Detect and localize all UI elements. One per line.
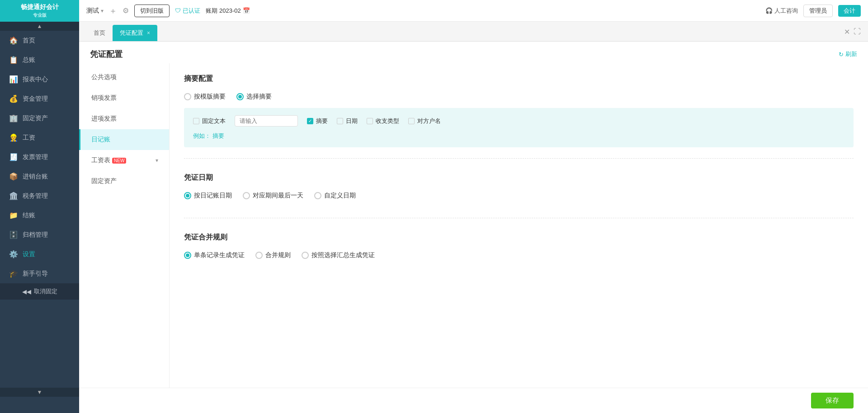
left-nav-purchase-invoice[interactable]: 进项发票 <box>79 108 169 129</box>
page-title: 凭证配置 <box>90 49 123 60</box>
sidebar-items: 🏠 首页 📋 总账 📊 报表中心 💰 资金管理 🏢 固定资产 👷 工资 <box>0 22 79 283</box>
invoice-icon: 🧾 <box>9 153 18 161</box>
add-icon[interactable]: ＋ <box>109 5 117 16</box>
sidebar-item-report[interactable]: 📊 报表中心 <box>0 70 79 89</box>
sidebar-item-purchase-sales[interactable]: 📦 进销台账 <box>0 167 79 186</box>
summary-config-section: 摘要配置 按模版摘要 选择摘要 <box>184 74 854 159</box>
right-config: 摘要配置 按模版摘要 选择摘要 <box>170 63 868 388</box>
tab-home[interactable]: 首页 <box>86 25 113 41</box>
refresh-icon: ↻ <box>839 51 844 58</box>
checkbox-date[interactable]: 日期 <box>337 117 358 125</box>
sidebar-item-fund[interactable]: 💰 资金管理 <box>0 89 79 108</box>
window-close-icon[interactable]: ✕ <box>844 27 850 36</box>
radio-circle-custom <box>314 192 321 199</box>
switch-old-button[interactable]: 切到旧版 <box>134 5 170 17</box>
fixed-text-input[interactable] <box>235 115 298 127</box>
bottom-bar: 保存 <box>79 388 868 413</box>
cancel-fixed-button[interactable]: ◀◀ 取消固定 <box>0 283 79 300</box>
radio-single-record[interactable]: 单条记录生成凭证 <box>184 251 245 259</box>
certified-status: 🛡 已认证 <box>175 7 200 15</box>
left-nav-journal[interactable]: 日记账 <box>79 129 169 150</box>
main-layout: ▲ 🏠 首页 📋 总账 📊 报表中心 💰 资金管理 🏢 固定资产 <box>0 22 868 413</box>
summary-radio-group: 按模版摘要 选择摘要 <box>184 93 854 101</box>
headset-icon: 🎧 <box>765 7 773 14</box>
salary-icon: 👷 <box>9 133 18 142</box>
manager-button[interactable]: 管理员 <box>803 5 833 17</box>
sidebar-item-invoice[interactable]: 🧾 发票管理 <box>0 147 79 167</box>
sidebar-item-ledger[interactable]: 📋 总账 <box>0 50 79 70</box>
sidebar-item-tax[interactable]: 🏛️ 税务管理 <box>0 186 79 206</box>
topbar: 畅捷通好会计 专业版 测试 ▾ ＋ ⚙ 切到旧版 🛡 已认证 账期 2023-0… <box>0 0 868 22</box>
checkbox-counterparty[interactable]: 对方户名 <box>408 117 441 125</box>
sidebar-item-settings[interactable]: ⚙️ 设置 <box>0 244 79 264</box>
radio-by-journal-date[interactable]: 按日记账日期 <box>184 192 232 200</box>
window-expand-icon[interactable]: ⛶ <box>854 28 861 36</box>
calendar-icon[interactable]: 📅 <box>243 7 250 14</box>
settings-icon[interactable]: ⚙ <box>123 6 129 15</box>
sidebar-scroll-up[interactable]: ▲ <box>0 22 79 31</box>
date-config-section: 凭证日期 按日记账日期 对应期间最后一天 <box>184 173 854 218</box>
save-button[interactable]: 保存 <box>811 393 854 408</box>
accountant-button[interactable]: 会计 <box>838 5 861 17</box>
radio-circle-merge <box>255 252 263 259</box>
example-value: 摘要 <box>212 132 224 139</box>
radio-circle-journal <box>184 192 191 199</box>
left-nav: 公共选项 销项发票 进项发票 日记账 工资表NEW ▾ <box>79 63 170 388</box>
shield-icon: 🛡 <box>175 7 181 14</box>
tax-icon: 🏛️ <box>9 192 18 200</box>
merge-config-section: 凭证合并规则 单条记录生成凭证 合并规则 <box>184 233 854 277</box>
checkbox-income-type[interactable]: 收支类型 <box>367 117 399 125</box>
radio-select-summary[interactable]: 选择摘要 <box>236 93 272 101</box>
report-icon: 📊 <box>9 75 18 84</box>
radio-by-period-last-day[interactable]: 对应期间最后一天 <box>243 192 303 200</box>
summary-section-title: 摘要配置 <box>184 74 854 84</box>
left-nav-fixed-assets[interactable]: 固定资产 <box>79 171 169 192</box>
tutorial-icon: 🎓 <box>9 269 18 278</box>
tab-close-icon[interactable]: × <box>147 30 150 36</box>
page-content: 凭证配置 ↻ 刷新 公共选项 销项发票 进项发票 <box>79 42 868 388</box>
sidebar-item-tutorial[interactable]: 🎓 新手引导 <box>0 264 79 283</box>
checkbox-row: 固定文本 ✓ 摘要 日期 <box>193 115 844 127</box>
radio-circle-select <box>236 93 244 100</box>
radio-template-summary[interactable]: 按模版摘要 <box>184 93 226 101</box>
page-header: 凭证配置 ↻ 刷新 <box>79 42 868 63</box>
consult-button[interactable]: 🎧 人工咨询 <box>765 7 798 15</box>
checkbox-fixed-text[interactable]: 固定文本 <box>193 117 226 125</box>
project-selector[interactable]: 测试 ▾ <box>86 7 104 15</box>
radio-circle-template <box>184 93 191 100</box>
fixed-assets-icon: 🏢 <box>9 114 18 122</box>
tab-bar-actions: ✕ ⛶ <box>844 27 861 36</box>
radio-merge-rule[interactable]: 合并规则 <box>255 251 291 259</box>
settings-sidebar-icon: ⚙️ <box>9 250 18 258</box>
tab-voucher-config[interactable]: 凭证配置 × <box>113 25 157 41</box>
topbar-center: 测试 ▾ ＋ ⚙ 切到旧版 🛡 已认证 账期 2023-02 📅 <box>79 5 765 17</box>
radio-circle-period <box>243 192 250 199</box>
ledger-icon: 📋 <box>9 56 18 64</box>
refresh-button[interactable]: ↻ 刷新 <box>839 50 857 58</box>
checkbox-summary[interactable]: ✓ 摘要 <box>307 117 328 125</box>
radio-custom-date[interactable]: 自定义日期 <box>314 192 356 200</box>
left-nav-public-options[interactable]: 公共选项 <box>79 67 169 88</box>
sidebar-scroll-down[interactable]: ▼ <box>0 388 79 397</box>
sidebar-item-home[interactable]: 🏠 首页 <box>0 31 79 50</box>
example-text: 例如： 摘要 <box>193 132 844 140</box>
content-area: 首页 凭证配置 × ✕ ⛶ 凭证配置 ↻ 刷新 <box>79 22 868 413</box>
radio-merge-by-select[interactable]: 按照选择汇总生成凭证 <box>302 251 375 259</box>
two-col-layout: 公共选项 销项发票 进项发票 日记账 工资表NEW ▾ <box>79 63 868 388</box>
period-info: 账期 2023-02 📅 <box>206 7 250 15</box>
checkbox-date-box <box>337 118 343 124</box>
summary-sub-config: 固定文本 ✓ 摘要 日期 <box>184 108 854 147</box>
fund-icon: 💰 <box>9 94 18 103</box>
purchase-sales-icon: 📦 <box>9 172 18 181</box>
checkbox-counterparty-box <box>408 118 415 124</box>
left-nav-sales-invoice[interactable]: 销项发票 <box>79 88 169 108</box>
sidebar-item-salary[interactable]: 👷 工资 <box>0 128 79 147</box>
home-icon: 🏠 <box>9 36 18 45</box>
merge-radio-group: 单条记录生成凭证 合并规则 按照选择汇总生成凭证 <box>184 251 854 259</box>
left-nav-payroll[interactable]: 工资表NEW ▾ <box>79 150 169 171</box>
topbar-right: 🎧 人工咨询 管理员 会计 <box>765 5 861 17</box>
sidebar-item-archive[interactable]: 🗄️ 归档管理 <box>0 225 79 244</box>
sidebar-item-close-account[interactable]: 📁 结账 <box>0 206 79 225</box>
sidebar-item-fixed-assets[interactable]: 🏢 固定资产 <box>0 108 79 128</box>
radio-circle-by-select <box>302 252 309 259</box>
